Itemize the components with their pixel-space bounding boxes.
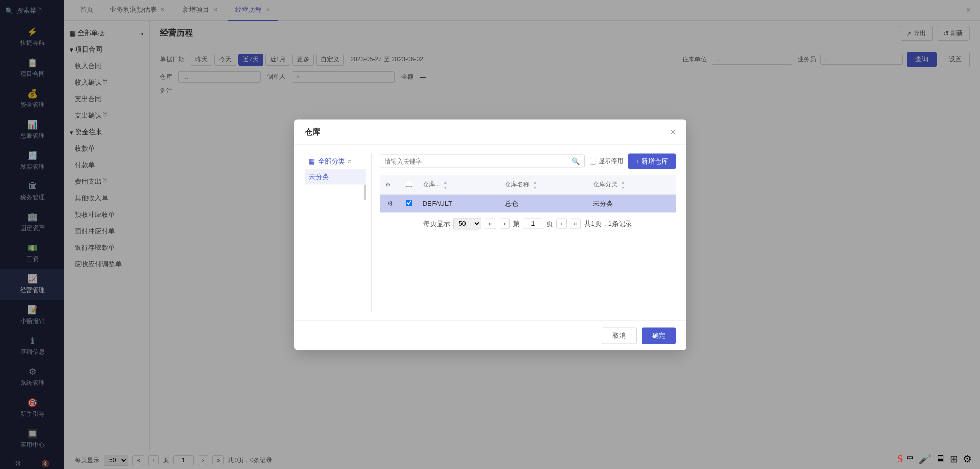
modal-header: 仓库 × <box>294 119 686 145</box>
next-page-btn[interactable]: › <box>556 218 567 229</box>
modal-pagination: 每页显示 50 10 20 100 « ‹ 第 页 › » 共1页，1条记录 <box>380 213 676 234</box>
warehouse-table: ⚙ 仓库... ▲▼ 仓库名称 ▲▼ 仓库分类 ▲▼ <box>380 175 676 213</box>
row-checkbox-cell[interactable] <box>401 195 418 213</box>
first-page-btn[interactable]: « <box>485 218 496 229</box>
table-toolbar: 🔍 显示停用 + 新增仓库 <box>380 153 676 169</box>
all-category-label: 全部分类 <box>318 156 345 166</box>
select-all-checkbox[interactable] <box>406 181 412 187</box>
total-records-label: 共1页，1条记录 <box>584 219 632 228</box>
modal-footer: 取消 确定 <box>294 320 686 350</box>
taskbar-mic-icon[interactable]: 🎤 <box>918 452 931 465</box>
page-number-input[interactable] <box>523 218 543 229</box>
taskbar-chinese-icon: 中 <box>907 454 914 463</box>
page-label: 页 <box>546 219 553 228</box>
per-page-select[interactable]: 50 10 20 100 <box>453 218 481 229</box>
sort-arrows-code: ▲▼ <box>443 179 448 190</box>
table-row[interactable]: ⚙ DEFAULT 总仓 未分类 <box>380 195 676 213</box>
grid-icon: ▦ <box>309 157 315 165</box>
th-settings: ⚙ <box>380 175 401 195</box>
show-disabled-checkbox[interactable]: 显示停用 <box>590 157 623 166</box>
modal-close-button[interactable]: × <box>670 126 676 137</box>
last-page-btn[interactable]: » <box>570 218 582 229</box>
page-word: 第 <box>513 219 520 228</box>
taskbar-grid2-icon[interactable]: ⊞ <box>950 452 958 465</box>
prev-page-btn[interactable]: ‹ <box>500 218 510 229</box>
all-category-item[interactable]: ▦ 全部分类 « <box>305 153 366 169</box>
search-box: 🔍 <box>380 155 585 168</box>
th-warehouse-name: 仓库名称 ▲▼ <box>500 175 588 195</box>
uncategorized-label: 未分类 <box>309 172 329 180</box>
warehouse-modal: 仓库 × ▦ 全部分类 « 未分类 🔍 <box>294 119 686 350</box>
warehouse-name-cell: 总仓 <box>500 195 588 213</box>
taskbar: S 中 🎤 🖥 ⊞ ⚙ <box>889 448 980 469</box>
modal-title: 仓库 <box>305 127 320 137</box>
table-header-row: ⚙ 仓库... ▲▼ 仓库名称 ▲▼ 仓库分类 ▲▼ <box>380 175 676 195</box>
warehouse-category-cell: 未分类 <box>588 195 676 213</box>
sort-arrows-name: ▲▼ <box>533 179 537 190</box>
add-warehouse-button[interactable]: + 新增仓库 <box>628 153 675 169</box>
search-icon: 🔍 <box>572 157 580 165</box>
gear-icon: ⚙ <box>385 181 391 188</box>
th-checkbox <box>401 175 418 195</box>
confirm-button[interactable]: 确定 <box>642 327 676 344</box>
table-panel: 🔍 显示停用 + 新增仓库 ⚙ 仓库... ▲▼ <box>372 153 676 312</box>
taskbar-monitor-icon[interactable]: 🖥 <box>935 453 945 465</box>
th-warehouse-code: 仓库... ▲▼ <box>418 175 500 195</box>
uncategorized-item[interactable]: 未分类 <box>305 169 366 184</box>
category-panel: ▦ 全部分类 « 未分类 <box>305 153 372 312</box>
taskbar-settings2-icon[interactable]: ⚙ <box>962 452 972 465</box>
cancel-button[interactable]: 取消 <box>602 327 637 344</box>
taskbar-s-icon: S <box>897 453 903 465</box>
th-warehouse-category: 仓库分类 ▲▼ <box>588 175 676 195</box>
show-disabled-check[interactable] <box>590 158 596 165</box>
sort-arrows-category: ▲▼ <box>621 179 625 190</box>
warehouse-search-input[interactable] <box>385 157 569 165</box>
row-gear-icon: ⚙ <box>387 200 393 207</box>
row-settings-icon: ⚙ <box>380 195 401 213</box>
collapse-icon[interactable]: « <box>348 157 352 165</box>
warehouse-code-cell: DEFAULT <box>418 195 500 213</box>
modal-body: ▦ 全部分类 « 未分类 🔍 显示停用 <box>294 145 686 320</box>
per-page-label: 每页显示 <box>423 219 450 228</box>
row-checkbox[interactable] <box>406 199 412 206</box>
